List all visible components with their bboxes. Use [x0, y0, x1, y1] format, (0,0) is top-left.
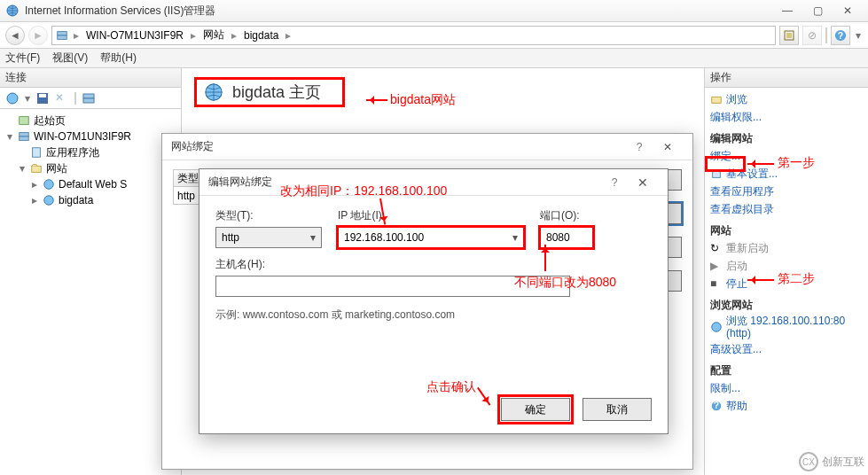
tree-server[interactable]: ▾WIN-O7M1UN3IF9R	[5, 128, 176, 144]
svg-point-7	[7, 93, 18, 104]
svg-rect-14	[20, 136, 29, 140]
edit-binding-title: 编辑网站绑定	[208, 175, 602, 190]
action-restart[interactable]: ↻重新启动	[710, 240, 863, 256]
svg-rect-19	[713, 170, 721, 178]
breadcrumb[interactable]: ▸ WIN-O7M1UN3IF9R ▸ 网站 ▸ bigdata ▸	[51, 26, 776, 45]
iis-icon	[5, 4, 20, 18]
edit-binding-dialog: 编辑网站绑定 ? ✕ 类型(T): http▾ IP 地址(I): 192.16…	[199, 168, 669, 434]
svg-rect-11	[83, 98, 94, 103]
svg-rect-1	[58, 31, 67, 35]
action-basic[interactable]: 基本设置...	[710, 166, 863, 182]
stop-button[interactable]: ⊘	[802, 26, 822, 45]
menu-view[interactable]: 视图(V)	[52, 51, 88, 66]
svg-rect-12	[20, 117, 29, 125]
breadcrumb-root[interactable]: WIN-O7M1UN3IF9R	[84, 29, 185, 42]
connections-toolbar: ▾ ✕	[0, 88, 181, 109]
watermark-text: 创新互联	[822, 455, 864, 470]
action-bindings[interactable]: 绑定...	[710, 148, 863, 164]
tree-sites[interactable]: ▾网站	[5, 160, 176, 176]
connect-icon[interactable]	[5, 91, 20, 105]
tree-default-site[interactable]: ▸Default Web S	[5, 176, 176, 192]
connections-pane: 连接 ▾ ✕ 起始页 ▾WIN-O7M1UN3IF9R 应用程序池 ▾网站 ▸D…	[0, 68, 182, 475]
action-stop[interactable]: ■停止	[710, 276, 863, 292]
svg-point-17	[44, 196, 54, 206]
svg-rect-9	[39, 94, 46, 97]
breadcrumb-sites[interactable]: 网站	[201, 27, 226, 43]
restart-icon: ↻	[710, 242, 723, 254]
label-type: 类型(T):	[215, 208, 322, 223]
action-browse[interactable]: 浏览	[710, 91, 863, 107]
svg-rect-15	[33, 148, 41, 158]
svg-rect-4	[786, 33, 792, 38]
delete-icon[interactable]: ✕	[55, 91, 69, 105]
svg-point-16	[44, 180, 54, 190]
refresh-tree-icon[interactable]	[82, 91, 96, 105]
svg-text:?: ?	[838, 29, 843, 40]
actions-pane: 操作 浏览 编辑权限... 编辑网站 绑定... 基本设置... 查看应用程序 …	[704, 68, 868, 475]
type-select[interactable]: http▾	[215, 227, 322, 248]
group-site: 网站	[710, 222, 863, 238]
menu-help[interactable]: 帮助(H)	[100, 51, 137, 66]
group-edit-site: 编辑网站	[710, 130, 863, 146]
connections-header: 连接	[0, 68, 181, 88]
bindings-dialog-close[interactable]: ✕	[652, 141, 684, 153]
play-icon: ▶	[710, 260, 723, 272]
svg-rect-10	[83, 94, 94, 98]
action-viewvdir[interactable]: 查看虚拟目录	[710, 201, 863, 217]
back-button[interactable]: ◄	[5, 26, 25, 45]
help-button[interactable]: ?	[831, 26, 850, 45]
cancel-button[interactable]: 取消	[583, 398, 652, 421]
server-icon	[56, 29, 68, 42]
group-browse-site: 浏览网站	[710, 297, 863, 313]
folder-icon	[710, 93, 723, 105]
stop-icon: ■	[710, 277, 723, 290]
svg-rect-2	[58, 35, 67, 39]
tree-apppool[interactable]: 应用程序池	[5, 144, 176, 160]
edit-binding-close[interactable]: ✕	[627, 175, 659, 190]
actions-header: 操作	[705, 68, 868, 88]
ip-select[interactable]: 192.168.100.100▾	[338, 227, 524, 248]
save-icon[interactable]	[35, 91, 50, 105]
action-editperm[interactable]: 编辑权限...	[710, 109, 863, 125]
bindings-dialog-title: 网站绑定	[171, 139, 627, 154]
tree-startpage[interactable]: 起始页	[5, 113, 176, 128]
host-input[interactable]	[215, 276, 570, 297]
bindings-dialog-help[interactable]: ?	[627, 141, 652, 153]
svg-point-20	[712, 323, 722, 332]
action-viewapps[interactable]: 查看应用程序	[710, 183, 863, 199]
svg-text:?: ?	[714, 400, 719, 410]
watermark: CX 创新互联	[799, 452, 864, 471]
ok-button[interactable]: 确定	[501, 398, 570, 421]
label-port: 端口(O):	[540, 208, 602, 223]
titlebar: Internet Information Services (IIS)管理器 —…	[0, 0, 868, 22]
gear-icon	[710, 167, 723, 180]
svg-rect-13	[20, 133, 29, 136]
maximize-button[interactable]: ▢	[802, 2, 833, 19]
close-button[interactable]: ✕	[833, 2, 863, 19]
edit-binding-help[interactable]: ?	[602, 176, 627, 189]
window-title: Internet Information Services (IIS)管理器	[25, 4, 772, 19]
page-title: bigdata 主页	[232, 82, 321, 103]
address-bar: ◄ ► ▸ WIN-O7M1UN3IF9R ▸ 网站 ▸ bigdata ▸ ⊘…	[0, 22, 868, 49]
label-ip: IP 地址(I):	[338, 208, 524, 223]
browse-icon	[710, 321, 723, 333]
action-start[interactable]: ▶启动	[710, 258, 863, 274]
tree-bigdata-site[interactable]: ▸bigdata	[5, 192, 176, 208]
breadcrumb-site[interactable]: bigdata	[242, 29, 280, 42]
action-advanced[interactable]: 高级设置...	[710, 341, 863, 357]
minimize-button[interactable]: —	[772, 2, 802, 19]
label-host: 主机名(H):	[215, 257, 652, 272]
action-help[interactable]: ?帮助	[710, 398, 863, 414]
watermark-logo-icon: CX	[799, 452, 818, 471]
connections-tree: 起始页 ▾WIN-O7M1UN3IF9R 应用程序池 ▾网站 ▸Default …	[0, 109, 181, 212]
action-browse-url[interactable]: 浏览 192.168.100.110:80 (http)	[710, 315, 863, 339]
page-title-box: bigdata 主页	[194, 77, 345, 107]
port-input[interactable]	[540, 227, 593, 248]
group-config: 配置	[710, 362, 863, 378]
menu-file[interactable]: 文件(F)	[5, 51, 40, 66]
example-text: 示例: www.contoso.com 或 marketing.contoso.…	[215, 308, 652, 323]
refresh-dropdown-button[interactable]	[779, 26, 799, 45]
globe-icon	[204, 82, 223, 102]
forward-button[interactable]: ►	[28, 26, 48, 45]
action-limits[interactable]: 限制...	[710, 380, 863, 396]
